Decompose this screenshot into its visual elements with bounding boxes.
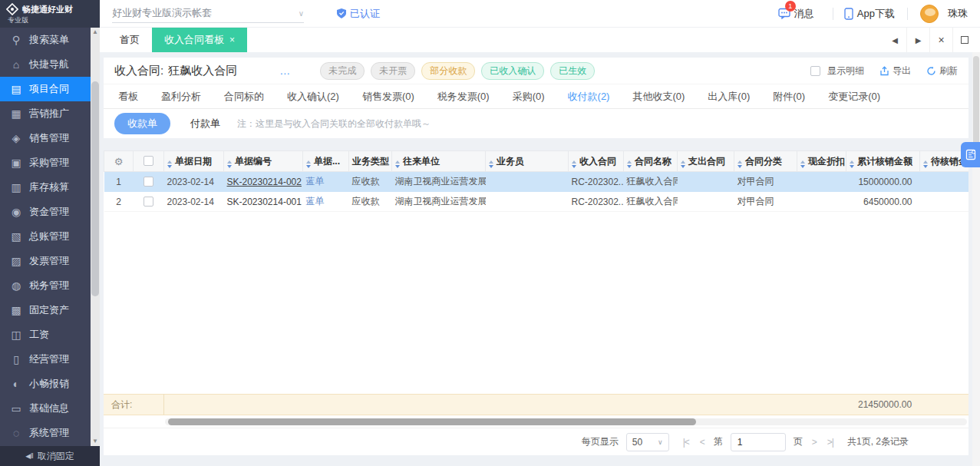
tab-income-contract-board[interactable]: 收入合同看板 × <box>152 28 247 52</box>
vscroll-thumb[interactable] <box>973 56 979 156</box>
row-checkbox[interactable] <box>144 177 153 187</box>
workspace: 收入合同: 狂飙收入合同 … 未完成 未开票 部分收款 已收入确认 <box>100 52 972 466</box>
sidebar-scrollbar[interactable]: ▲ ▼ <box>91 28 100 446</box>
close-all-tabs-icon[interactable]: × <box>929 28 952 52</box>
per-page-select[interactable]: 50 ∨ <box>626 433 669 451</box>
contract-tab[interactable]: 合同标的 <box>213 84 276 109</box>
sidebar-item-label: 基础信息 <box>29 402 69 415</box>
sort-icon[interactable] <box>395 160 400 168</box>
contract-tab[interactable]: 税务发票(0) <box>426 84 501 109</box>
table-row[interactable]: 1 2023-02-14 SK-20230214-002 蓝单 应收款 湖南卫视… <box>104 172 969 192</box>
col-doc-mark[interactable]: 单据... <box>314 156 340 167</box>
sidebar-item-label: 库存核算 <box>29 180 69 194</box>
column-settings-gear-icon[interactable]: ⚙ <box>114 156 124 167</box>
contract-tab[interactable]: 销售发票(0) <box>351 84 426 109</box>
tab-scroll-right-icon[interactable]: ▶ <box>906 28 929 52</box>
sidebar-menu-item[interactable]: ▩ 固定资产 <box>0 298 100 322</box>
select-all-checkbox[interactable] <box>144 156 153 166</box>
sidebar-menu-item[interactable]: ▦ 营销推广 <box>0 101 100 126</box>
col-settled-amount[interactable]: 累计核销金额 <box>857 156 912 167</box>
show-detail-checkbox[interactable]: 显示明细 <box>810 64 864 78</box>
sidebar-menu-item[interactable]: ▨ 发票管理 <box>0 249 100 273</box>
tab-home[interactable]: 首页 <box>107 28 152 52</box>
col-contract-class[interactable]: 合同分类 <box>745 156 782 167</box>
sidebar-menu-item[interactable]: ◐ 小畅报销 <box>0 372 100 396</box>
contract-tab[interactable]: 收入确认(2) <box>276 84 351 109</box>
fullscreen-icon[interactable] <box>952 28 975 52</box>
vertical-scrollbar[interactable] <box>972 52 980 466</box>
contract-tab[interactable]: 盈利分析 <box>150 84 213 109</box>
sidebar-menu-item[interactable]: ◉ 资金管理 <box>0 200 100 224</box>
contract-tab[interactable]: 其他收支(0) <box>621 84 696 109</box>
row-checkbox[interactable] <box>144 197 153 207</box>
contract-tab[interactable]: 附件(0) <box>761 84 817 109</box>
last-page-icon[interactable]: >| <box>826 437 835 448</box>
page-number-input[interactable] <box>731 433 786 451</box>
doc-no-link[interactable]: SK-20230214-001 <box>227 197 302 207</box>
col-partner[interactable]: 往来单位 <box>403 156 440 167</box>
unpin-sidebar-button[interactable]: ◀‖ 取消固定 <box>0 446 100 466</box>
col-cash-discount[interactable]: 现金折扣 <box>808 156 845 167</box>
first-page-icon[interactable]: |< <box>681 437 691 448</box>
sort-icon[interactable] <box>306 160 311 168</box>
col-expense-contract[interactable]: 支出合同 <box>688 156 725 167</box>
sort-icon[interactable] <box>800 160 805 168</box>
sort-icon[interactable] <box>850 160 854 168</box>
scroll-up-icon[interactable]: ▲ <box>91 28 100 37</box>
messages-button[interactable]: 消息 1 <box>778 7 814 21</box>
prev-page-icon[interactable]: < <box>698 437 706 448</box>
contract-tab[interactable]: 采购(0) <box>501 84 556 109</box>
sort-icon[interactable] <box>627 160 632 168</box>
col-doc-no[interactable]: 单据编号 <box>235 156 272 167</box>
sort-icon[interactable] <box>737 160 742 168</box>
app-download-button[interactable]: App下载 <box>844 7 895 21</box>
col-salesman[interactable]: 业务员 <box>497 156 524 167</box>
sort-icon[interactable] <box>489 160 493 168</box>
sidebar-menu-item[interactable]: ▯ 经营管理 <box>0 347 100 372</box>
sort-icon[interactable] <box>681 160 685 168</box>
scroll-down-icon[interactable]: ▼ <box>91 437 100 446</box>
receipt-docs-button[interactable]: 收款单 <box>114 113 170 134</box>
doc-no-link[interactable]: SK-20230214-002 <box>227 177 302 187</box>
contract-tab[interactable]: 收付款(2) <box>556 84 622 109</box>
verified-badge[interactable]: 已认证 <box>336 7 380 21</box>
sidebar-menu-item[interactable]: ◫ 工资 <box>0 322 100 347</box>
checkbox-icon[interactable] <box>810 66 820 76</box>
sidebar-menu-item[interactable]: ▧ 总账管理 <box>0 224 100 249</box>
col-income-contract[interactable]: 收入合同 <box>579 156 616 167</box>
next-page-icon[interactable]: > <box>810 437 818 448</box>
refresh-button[interactable]: 刷新 <box>926 64 958 78</box>
contract-tab[interactable]: 出入库(0) <box>696 84 761 109</box>
contract-tab[interactable]: 变更记录(0) <box>817 84 892 109</box>
user-menu[interactable]: 珠珠 <box>920 5 968 23</box>
sort-icon[interactable] <box>572 160 576 168</box>
sidebar-scroll-thumb[interactable] <box>91 81 99 296</box>
sidebar-menu-item[interactable]: ▥ 库存核算 <box>0 175 100 200</box>
table-row[interactable]: 2 2023-02-14 SK-20230214-001 蓝单 应收款 湖南卫视… <box>104 192 969 212</box>
payment-docs-button[interactable]: 付款单 <box>190 117 220 131</box>
sidebar-menu-item[interactable]: ◌ 系统管理 <box>0 421 100 445</box>
tab-close-icon[interactable]: × <box>229 35 235 45</box>
sidebar-menu-item[interactable]: ▭ 基础信息 <box>0 396 100 421</box>
cell-doc-date: 2023-02-14 <box>164 192 224 212</box>
side-note-panel-toggle[interactable] <box>961 142 980 167</box>
sidebar-menu-item[interactable]: ⌂ 快捷导航 <box>0 52 100 77</box>
tab-scroll-left-icon[interactable]: ◀ <box>883 28 906 52</box>
hscroll-thumb[interactable] <box>168 418 696 425</box>
col-biz-type[interactable]: 业务类型 <box>352 156 389 167</box>
sidebar-item-label: 搜索菜单 <box>29 33 69 47</box>
col-doc-date[interactable]: 单据日期 <box>175 156 212 167</box>
account-selector[interactable]: 好业财专业版演示帐套 ∨ <box>112 5 304 23</box>
contract-tab[interactable]: 看板 <box>107 84 150 109</box>
export-button[interactable]: 导出 <box>879 64 911 78</box>
sidebar-menu-item[interactable]: ◍ 税务管理 <box>0 273 100 298</box>
sidebar-menu-item[interactable]: ⚲ 搜索菜单 <box>0 28 100 52</box>
col-contract-name[interactable]: 合同名称 <box>635 156 671 167</box>
sort-icon[interactable] <box>227 160 232 168</box>
sidebar-menu-item[interactable]: ▣ 采购管理 <box>0 150 100 175</box>
sort-icon[interactable] <box>167 160 172 168</box>
sidebar-menu-item[interactable]: ▤ 项目合同 <box>0 77 100 101</box>
sort-icon[interactable] <box>923 160 928 168</box>
sidebar-menu-item[interactable]: ◈ 销售管理 <box>0 126 100 150</box>
more-options-icon[interactable]: … <box>279 64 291 77</box>
